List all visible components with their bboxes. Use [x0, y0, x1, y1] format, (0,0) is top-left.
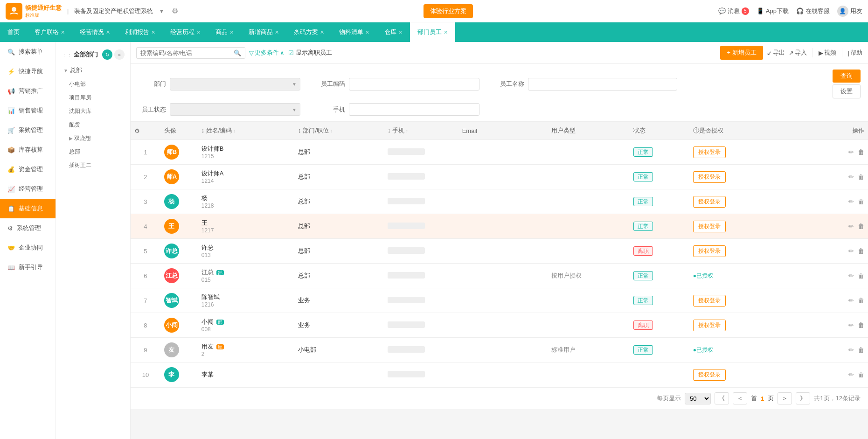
edit-btn[interactable]: ✏: [848, 198, 854, 205]
delete-btn[interactable]: 🗑: [858, 346, 864, 354]
nav-item-barcode[interactable]: 条码方案 ✕: [286, 22, 332, 42]
dept-tree-chashuwang[interactable]: 插树王二: [56, 159, 130, 172]
dept-tree-shenyang[interactable]: 沈阳大库: [56, 105, 130, 118]
auth-login-btn[interactable]: 授权登录: [693, 196, 726, 208]
reset-button[interactable]: 设置: [833, 84, 861, 98]
delete-btn[interactable]: 🗑: [858, 148, 864, 156]
sidebar-item-inventory[interactable]: 📦 库存核算: [0, 140, 56, 160]
auth-login-btn[interactable]: 授权登录: [693, 245, 726, 257]
online-service-item[interactable]: 🎧 在线客服: [796, 7, 830, 15]
search-input-wrap[interactable]: 🔍: [136, 47, 245, 59]
dept-refresh-btn[interactable]: ↻: [102, 49, 112, 60]
sidebar-item-system[interactable]: ⚙ 系统管理: [0, 218, 56, 238]
edit-btn[interactable]: ✏: [848, 321, 854, 329]
sidebar-item-basic[interactable]: 📋 基础信息: [0, 199, 56, 218]
close-icon[interactable]: ✕: [61, 29, 65, 35]
edit-btn[interactable]: ✏: [848, 148, 854, 156]
prev-page-btn[interactable]: ＜: [733, 392, 747, 404]
help-button[interactable]: | 帮助: [848, 49, 862, 57]
auth-login-btn[interactable]: 授权登录: [693, 171, 726, 183]
sidebar-item-purchase[interactable]: 🛒 采购管理: [0, 120, 56, 140]
sidebar-item-marketing[interactable]: 📢 营销推广: [0, 81, 56, 101]
close-icon[interactable]: ✕: [229, 29, 234, 35]
dept-select-wrap[interactable]: [170, 78, 300, 91]
edit-btn[interactable]: ✏: [848, 371, 854, 378]
auth-login-btn[interactable]: 授权登录: [693, 295, 726, 307]
first-page-btn[interactable]: 《: [715, 392, 729, 404]
auth-login-btn[interactable]: 授权登录: [693, 369, 726, 381]
col-settings[interactable]: ⚙: [131, 122, 160, 140]
status-select[interactable]: [170, 103, 300, 116]
auth-login-btn[interactable]: 授权登录: [693, 146, 726, 158]
user-item[interactable]: 👤 用友: [837, 6, 862, 17]
nav-item-operation[interactable]: 经营情况 ✕: [72, 22, 118, 42]
export-button[interactable]: ↙ 导出: [767, 49, 785, 57]
last-page-btn[interactable]: 》: [796, 392, 810, 404]
dept-tree-xiaodibu[interactable]: 小电部: [56, 77, 130, 91]
delete-btn[interactable]: 🗑: [858, 223, 864, 230]
nav-item-bom[interactable]: 物料清单 ✕: [332, 22, 377, 42]
add-employee-button[interactable]: + 新增员工: [720, 46, 763, 60]
video-button[interactable]: ▶ 视频: [819, 49, 836, 57]
dept-tree-peihuo[interactable]: 配货: [56, 118, 130, 132]
dept-tree-headquarters[interactable]: ▼ 总部: [56, 63, 130, 77]
edit-btn[interactable]: ✏: [848, 272, 854, 279]
delete-btn[interactable]: 🗑: [858, 371, 864, 378]
close-icon[interactable]: ✕: [106, 29, 110, 35]
edit-btn[interactable]: ✏: [848, 223, 854, 230]
close-icon[interactable]: ✕: [275, 29, 279, 35]
delete-btn[interactable]: 🗑: [858, 297, 864, 304]
close-icon[interactable]: ✕: [196, 29, 201, 35]
close-icon[interactable]: ✕: [398, 29, 403, 35]
edit-btn[interactable]: ✏: [848, 346, 854, 354]
settings-icon[interactable]: ⚙: [172, 7, 178, 15]
trial-button[interactable]: 体验行业方案: [424, 4, 473, 18]
col-dept-pos[interactable]: ↕ 部门/职位: [294, 122, 384, 140]
sidebar-item-sales[interactable]: 📊 销售管理: [0, 101, 56, 120]
emp-code-input[interactable]: [349, 78, 479, 91]
nav-item-goods[interactable]: 商品 ✕: [208, 22, 241, 42]
sidebar-item-shortcut[interactable]: ⚡ 快捷导航: [0, 62, 56, 81]
delete-btn[interactable]: 🗑: [858, 272, 864, 279]
message-item[interactable]: 💬 消息 5: [718, 7, 749, 15]
close-icon[interactable]: ✕: [365, 29, 369, 35]
status-select-wrap[interactable]: [170, 103, 300, 116]
sidebar-item-search[interactable]: 🔍 搜索菜单: [0, 42, 56, 62]
nav-item-home[interactable]: 首页: [0, 22, 27, 42]
close-icon[interactable]: ✕: [320, 29, 324, 35]
col-name-code[interactable]: ↕ 姓名/编码: [198, 122, 295, 140]
delete-btn[interactable]: 🗑: [858, 247, 864, 255]
page-size-select[interactable]: 50 20 100: [685, 393, 711, 404]
nav-item-new-goods[interactable]: 新增商品 ✕: [241, 22, 286, 42]
import-button[interactable]: ↗ 导入: [789, 49, 807, 57]
delete-btn[interactable]: 🗑: [858, 198, 864, 205]
emp-name-input[interactable]: [528, 78, 677, 91]
edit-btn[interactable]: ✏: [848, 173, 854, 181]
auth-login-btn[interactable]: 授权登录: [693, 320, 726, 331]
close-icon[interactable]: ✕: [151, 29, 155, 35]
nav-item-customer[interactable]: 客户联络 ✕: [27, 22, 72, 42]
app-download-item[interactable]: 📱 App下载: [757, 7, 789, 15]
sidebar-item-collab[interactable]: 🤝 企业协同: [0, 238, 56, 258]
edit-btn[interactable]: ✏: [848, 297, 854, 304]
nav-item-history[interactable]: 经营历程 ✕: [163, 22, 208, 42]
search-input[interactable]: [140, 49, 234, 56]
dept-tree-shuanglu[interactable]: ▶ 双鹿想: [56, 132, 130, 145]
sidebar-item-finance[interactable]: 💰 资金管理: [0, 160, 56, 179]
query-button[interactable]: 查询: [833, 70, 861, 83]
dept-tree-zongbu[interactable]: 总部: [56, 145, 130, 159]
next-page-btn[interactable]: ＞: [778, 392, 792, 404]
nav-item-warehouse[interactable]: 仓库 ✕: [377, 22, 410, 42]
edit-btn[interactable]: ✏: [848, 247, 854, 255]
dept-select[interactable]: [170, 78, 300, 91]
auth-login-btn[interactable]: 授权登录: [693, 221, 726, 232]
close-icon[interactable]: ✕: [444, 29, 448, 35]
nav-item-dept-staff[interactable]: 部门员工 ✕: [410, 22, 455, 42]
delete-btn[interactable]: 🗑: [858, 321, 864, 329]
filter-more-btn[interactable]: ▽ 更多条件 ∧: [249, 49, 285, 57]
show-resigned-toggle[interactable]: ☑ 显示离职员工: [288, 49, 332, 57]
sidebar-item-guide[interactable]: 📖 新手引导: [0, 258, 56, 277]
sidebar-item-biz[interactable]: 📈 经营管理: [0, 179, 56, 199]
delete-btn[interactable]: 🗑: [858, 173, 864, 181]
phone-input[interactable]: [349, 103, 479, 116]
